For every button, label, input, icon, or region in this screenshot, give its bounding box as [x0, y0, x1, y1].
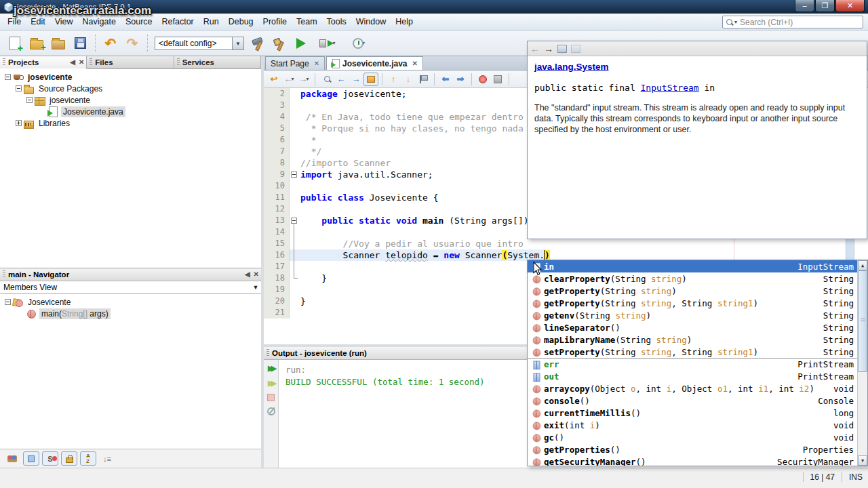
- sort-alpha-toggle[interactable]: AZ: [80, 451, 96, 466]
- code-text[interactable]: //importo Scanner: [299, 157, 391, 169]
- forward-icon[interactable]: →▾: [296, 73, 311, 86]
- fold-margin[interactable]: [290, 261, 299, 272]
- show-fields-toggle[interactable]: [23, 451, 39, 466]
- code-text[interactable]: */: [299, 146, 321, 157]
- sort-by-source-button[interactable]: ↓≡: [99, 451, 115, 466]
- completion-item-gc[interactable]: gc()void: [528, 431, 857, 443]
- config-select[interactable]: <default config> ▾: [155, 37, 244, 50]
- line-number[interactable]: 8: [264, 157, 290, 169]
- line-number[interactable]: 19: [264, 284, 290, 296]
- completion-item-arraycopy[interactable]: arraycopy(Object o, int i, Object o1, in…: [528, 382, 857, 394]
- line-number[interactable]: 12: [264, 203, 290, 215]
- run-project-button[interactable]: [292, 35, 310, 52]
- new-file-button[interactable]: [6, 35, 24, 52]
- line-number[interactable]: 20: [264, 296, 290, 307]
- show-in-browser-icon[interactable]: [557, 45, 567, 53]
- fold-margin[interactable]: [290, 169, 299, 180]
- tree-item-node[interactable]: Josevicente: [0, 296, 261, 308]
- line-number[interactable]: 9: [264, 169, 290, 180]
- code-line-15[interactable]: 15 //Voy a pedir al usuario que intro: [264, 238, 868, 249]
- fold-margin[interactable]: [290, 123, 299, 134]
- save-all-button[interactable]: [71, 35, 89, 52]
- completion-item-err[interactable]: errPrintStream: [528, 358, 857, 370]
- line-number[interactable]: 15: [264, 238, 290, 249]
- rerun-debug-icon[interactable]: ▶▶: [268, 379, 274, 388]
- undo-button[interactable]: ↶: [102, 35, 119, 52]
- tree-item-josevicente[interactable]: josevicente: [0, 71, 261, 83]
- menu-debug[interactable]: Debug: [224, 15, 258, 28]
- completion-item-getProperty[interactable]: getProperty(String string, String string…: [528, 297, 857, 309]
- search-input[interactable]: ▾ Search (Ctrl+I): [722, 16, 863, 28]
- completion-item-getenv[interactable]: getenv(String string)String: [528, 309, 857, 321]
- menu-refactor[interactable]: Refactor: [157, 15, 199, 28]
- tab-projects[interactable]: Projects◀✕: [0, 56, 87, 69]
- fold-margin[interactable]: [290, 192, 299, 203]
- completion-item-console[interactable]: console()Console: [528, 394, 857, 407]
- completion-item-setProperty[interactable]: setProperty(String string, String string…: [528, 346, 857, 358]
- editor-tab-start-page[interactable]: Start Page✕: [265, 56, 325, 70]
- next-occurrence-icon[interactable]: ↓: [401, 73, 416, 86]
- fold-margin[interactable]: [290, 146, 299, 157]
- completion-item-currentTimeMillis[interactable]: currentTimeMillis()long: [528, 407, 857, 419]
- menu-tools[interactable]: Tools: [322, 15, 351, 28]
- code-text[interactable]: *: [299, 134, 316, 146]
- menu-window[interactable]: Window: [351, 15, 391, 28]
- tree-item-source-packages[interactable]: Source Packages: [0, 83, 261, 94]
- output-console[interactable]: run:BUILD SUCCESSFUL (total time: 1 seco…: [279, 360, 485, 468]
- fold-margin[interactable]: [290, 238, 299, 249]
- dock-icon[interactable]: ◀: [245, 270, 250, 278]
- scroll-thumb[interactable]: [858, 270, 867, 372]
- expander-icon[interactable]: [26, 97, 33, 103]
- menu-run[interactable]: Run: [199, 15, 224, 28]
- fold-margin[interactable]: [290, 88, 299, 100]
- line-number[interactable]: 6: [264, 134, 290, 146]
- line-number[interactable]: 14: [264, 226, 290, 238]
- fold-margin[interactable]: [290, 226, 299, 238]
- record-macro-icon[interactable]: [475, 73, 490, 86]
- completion-item-getProperty[interactable]: getProperty(String string)String: [528, 285, 857, 297]
- line-number[interactable]: 11: [264, 192, 290, 203]
- expander-icon[interactable]: [5, 299, 11, 305]
- fold-margin[interactable]: [290, 134, 299, 146]
- dock-icon[interactable]: ◀: [70, 58, 75, 66]
- line-number[interactable]: 10: [264, 180, 290, 192]
- tree-item-josevicente.java[interactable]: Josevicente.java: [0, 106, 261, 117]
- close-button[interactable]: ✕: [835, 0, 865, 12]
- line-number[interactable]: 18: [264, 272, 290, 284]
- debug-project-button[interactable]: ▾: [314, 35, 341, 52]
- fold-margin[interactable]: [290, 111, 299, 123]
- tree-item-node[interactable]: main(String[] args): [0, 308, 261, 319]
- highlight-toggle-icon[interactable]: [363, 73, 378, 86]
- fold-margin[interactable]: [290, 180, 299, 192]
- clean-build-button[interactable]: [271, 35, 288, 52]
- scroll-up-icon[interactable]: ▲: [858, 260, 867, 270]
- stop-macro-icon[interactable]: [490, 73, 505, 86]
- completion-item-mapLibraryName[interactable]: mapLibraryName(String string)String: [528, 333, 857, 346]
- fold-margin[interactable]: [290, 203, 299, 215]
- line-number[interactable]: 13: [264, 215, 290, 226]
- javadoc-forward-icon[interactable]: →: [544, 43, 553, 54]
- menu-help[interactable]: Help: [391, 15, 418, 28]
- expander-icon[interactable]: [5, 74, 11, 80]
- tab-files[interactable]: Files: [87, 56, 174, 69]
- code-text[interactable]: public static void main (String args[]) …: [299, 215, 539, 226]
- tab-services[interactable]: Services: [174, 56, 261, 69]
- completion-item-lineSeparator[interactable]: lineSeparator()String: [528, 321, 857, 333]
- toggle-bookmark-icon[interactable]: [416, 73, 431, 86]
- javadoc-class-link[interactable]: java.lang.System: [534, 62, 860, 72]
- completion-item-out[interactable]: outPrintStream: [528, 370, 857, 382]
- find-previous-icon[interactable]: ←: [334, 73, 349, 86]
- completion-scrollbar[interactable]: ▲ ▼: [857, 260, 867, 466]
- find-icon[interactable]: [319, 73, 334, 86]
- expander-icon[interactable]: [16, 120, 22, 126]
- redo-button[interactable]: ↷: [123, 35, 141, 52]
- last-edit-icon[interactable]: ↩: [267, 73, 281, 86]
- fold-margin[interactable]: [290, 249, 299, 261]
- scroll-down-icon[interactable]: ▼: [858, 455, 867, 466]
- code-text[interactable]: Scanner telopido = new Scanner(System.): [299, 249, 550, 261]
- code-text[interactable]: }: [299, 296, 306, 307]
- fold-toggle-icon[interactable]: [291, 171, 297, 178]
- profile-project-button[interactable]: ▾: [345, 35, 372, 52]
- find-next-icon[interactable]: →: [349, 73, 363, 86]
- completion-item-getSecurityManager[interactable]: getSecurityManager()SecurityManager: [528, 455, 857, 466]
